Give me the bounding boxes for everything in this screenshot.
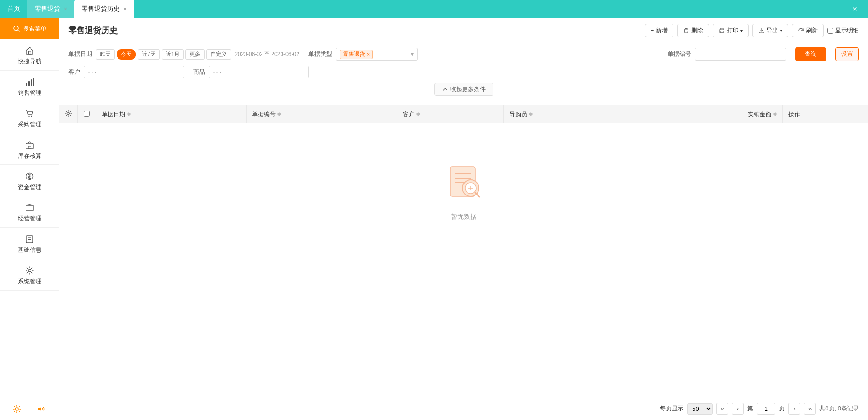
date-btn-today[interactable]: 今天: [117, 49, 136, 60]
tab-home-label: 首页: [7, 5, 20, 13]
sidebar: 搜索菜单 快捷导航 销售管理: [0, 18, 59, 420]
th-docno[interactable]: 单据编号: [247, 105, 397, 123]
product-placeholder: ···: [213, 67, 222, 77]
settings-button[interactable]: 设置: [835, 47, 859, 61]
warehouse-icon: [25, 140, 35, 150]
guide-sort-arrows: [529, 112, 533, 116]
date-btn-more[interactable]: 更多: [185, 49, 205, 60]
sidebar-item-quicknav[interactable]: 快捷导航: [0, 39, 59, 71]
doctype-chip: 零售退货 ×: [340, 50, 373, 59]
sidebar-item-purchase[interactable]: 采购管理: [0, 102, 59, 133]
select-all-checkbox[interactable]: [84, 111, 90, 117]
th-amount[interactable]: 实销金额: [632, 105, 782, 123]
th-checkbox[interactable]: [78, 105, 96, 123]
tab-retail-return-history-close[interactable]: ×: [123, 6, 127, 12]
th-guide-label: 导购员: [509, 110, 527, 118]
filter-doctype-field: 单据类型 零售退货 × ▾: [308, 48, 418, 61]
filter-area: 单据日期 昨天 今天 近7天 近1月 更多 自定义 2023-06-02 至 2…: [68, 42, 859, 105]
chart-icon: [25, 77, 35, 87]
refresh-icon: [798, 27, 804, 34]
page-last-button[interactable]: »: [804, 403, 816, 415]
filter-product-label: 商品: [193, 68, 205, 76]
svg-line-1: [18, 30, 19, 31]
th-customer[interactable]: 客户: [397, 105, 503, 123]
content-main: 单据日期 单据编号: [59, 105, 868, 420]
window-close-button[interactable]: ×: [848, 5, 861, 14]
sidebar-item-inventory[interactable]: 库存核算: [0, 133, 59, 165]
data-table: 单据日期 单据编号: [59, 105, 868, 123]
filter-customer-label: 客户: [68, 68, 80, 76]
system-icon: [25, 266, 35, 276]
print-label: 打印: [727, 26, 739, 35]
tab-retail-return[interactable]: 零售退货 ×: [27, 0, 74, 18]
delete-button[interactable]: 删除: [677, 24, 709, 37]
page-title: 零售退货历史: [68, 25, 118, 36]
export-dropdown-icon: ▾: [780, 28, 782, 33]
date-range-text: 2023-06-02 至 2023-06-02: [235, 51, 299, 58]
toolbar-buttons: + 新增 删除 打印 ▾: [645, 24, 859, 37]
page-input[interactable]: [757, 403, 775, 415]
business-icon: [25, 203, 35, 213]
export-button[interactable]: 导出 ▾: [752, 24, 788, 37]
date-btn-custom[interactable]: 自定义: [206, 49, 231, 60]
new-button[interactable]: + 新增: [645, 24, 673, 37]
empty-state: 暂无数据: [59, 123, 868, 257]
cart-icon: [25, 108, 35, 118]
svg-rect-4: [28, 81, 30, 86]
display-detail-checkbox[interactable]: 显示明细: [827, 26, 859, 35]
filter-customer-select[interactable]: ···: [84, 66, 184, 78]
empty-state-icon: [441, 160, 487, 205]
pagination-bar: 每页显示 50 20 100 « ‹ 第 页 › » 共0页, 0条记录: [59, 397, 868, 420]
filter-doctype-select[interactable]: 零售退货 × ▾: [336, 48, 418, 61]
tab-retail-return-history[interactable]: 零售退货历史 ×: [74, 0, 134, 18]
filter-date-label: 单据日期: [68, 50, 92, 58]
filter-row-2: 客户 ··· 商品 ···: [68, 66, 859, 78]
date-btn-yesterday[interactable]: 昨天: [96, 49, 115, 60]
main-layout: 搜索菜单 快捷导航 销售管理: [0, 18, 868, 420]
query-button[interactable]: 查询: [795, 47, 826, 61]
page-size-select[interactable]: 50 20 100: [687, 403, 713, 415]
collapse-label: 收起更多条件: [450, 85, 486, 93]
settings-bottom-icon[interactable]: [10, 403, 23, 415]
tab-home[interactable]: 首页: [0, 0, 27, 18]
top-bar-right: ×: [848, 5, 868, 14]
collapse-filter-button[interactable]: 收起更多条件: [434, 83, 493, 96]
svg-rect-21: [720, 31, 723, 33]
sidebar-item-sales-label: 销售管理: [18, 89, 41, 97]
content-area: 零售退货历史 + 新增 删除: [59, 18, 868, 420]
amount-sort-arrows: [773, 112, 777, 116]
doctype-chip-remove[interactable]: ×: [367, 51, 370, 57]
sidebar-item-system[interactable]: 系统管理: [0, 259, 59, 291]
sidebar-item-finance[interactable]: 资金管理: [0, 165, 59, 196]
filter-product-select[interactable]: ···: [209, 66, 309, 78]
delete-label: 删除: [691, 26, 703, 35]
filter-doctype-value: 零售退货 ×: [340, 50, 408, 59]
page-first-button[interactable]: «: [716, 403, 728, 415]
sidebar-search[interactable]: 搜索菜单: [0, 18, 59, 39]
sidebar-item-business[interactable]: 经营管理: [0, 196, 59, 228]
refresh-button[interactable]: 刷新: [792, 24, 824, 37]
svg-point-7: [28, 116, 29, 117]
filter-docno-input[interactable]: [695, 48, 786, 61]
display-detail-input[interactable]: [827, 28, 833, 34]
info-icon: [25, 234, 35, 244]
svg-point-8: [31, 116, 32, 117]
date-btn-1month[interactable]: 近1月: [162, 49, 184, 60]
sidebar-item-finance-label: 资金管理: [18, 183, 41, 191]
sidebar-item-system-label: 系统管理: [18, 277, 41, 286]
date-btn-7days[interactable]: 近7天: [138, 49, 160, 60]
export-icon: [758, 27, 765, 34]
table-settings-icon[interactable]: [65, 110, 72, 117]
page-next-button[interactable]: ›: [788, 403, 800, 415]
th-date[interactable]: 单据日期: [96, 105, 247, 123]
home-icon: [25, 46, 35, 56]
volume-icon[interactable]: [36, 403, 48, 415]
print-button[interactable]: 打印 ▾: [713, 24, 749, 37]
sidebar-item-sales[interactable]: 销售管理: [0, 71, 59, 102]
tab-retail-return-close[interactable]: ×: [64, 6, 67, 12]
th-customer-label: 客户: [403, 110, 415, 118]
th-guide[interactable]: 导购员: [503, 105, 632, 123]
page-prev-button[interactable]: ‹: [732, 403, 744, 415]
th-settings[interactable]: [59, 105, 78, 123]
sidebar-item-baseinfo[interactable]: 基础信息: [0, 228, 59, 259]
